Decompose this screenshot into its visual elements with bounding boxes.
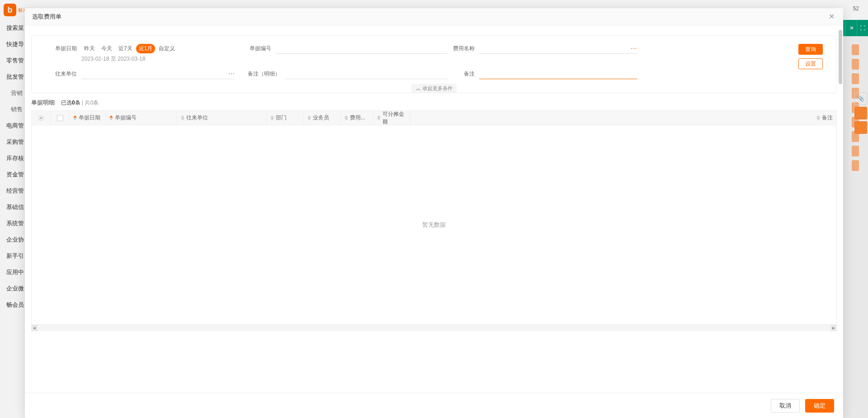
column-header[interactable]: 往来单位 <box>177 111 267 125</box>
remark-detail-input[interactable] <box>285 69 448 79</box>
column-label: 部门 <box>276 114 287 122</box>
sort-icon[interactable] <box>816 115 820 120</box>
date-chip[interactable]: 自定义 <box>156 44 178 53</box>
date-quick-picker: 昨天今天近7天近1月自定义 <box>81 44 244 53</box>
column-header[interactable]: 业务员 <box>304 111 341 125</box>
column-header[interactable]: 可分摊金额 <box>373 111 410 125</box>
scroll-right-icon[interactable]: ► <box>830 325 837 331</box>
collapse-label: 收起更多条件 <box>423 85 453 92</box>
remark-detail-label: 备注（明细） <box>244 69 280 78</box>
modal-header: 选取费用单 ✕ <box>25 8 843 25</box>
modal-footer: 取消 确定 <box>25 393 843 418</box>
column-header[interactable]: 单据编号 <box>106 111 177 125</box>
column-label: 备注 <box>822 114 833 122</box>
query-button[interactable]: 查询 <box>798 44 823 55</box>
column-label: 业务员 <box>313 114 329 122</box>
doc-date-label: 单据日期 <box>50 44 77 52</box>
total-count: | 共0条 <box>82 100 99 106</box>
column-label: 往来单位 <box>186 114 208 122</box>
date-chip[interactable]: 今天 <box>99 44 115 53</box>
sort-icon[interactable] <box>181 115 184 120</box>
doc-no-input[interactable] <box>276 44 448 54</box>
column-label: 单据编号 <box>115 114 137 122</box>
vertical-scrollbar[interactable] <box>839 30 842 388</box>
more-icon[interactable]: ⋯ <box>631 45 637 52</box>
column-header[interactable]: 备注 <box>410 111 836 125</box>
collapse-filters-button[interactable]: ︽ 收起更多条件 <box>411 84 457 93</box>
party-label: 往来单位 <box>50 69 77 78</box>
result-table: 单据日期单据编号往来单位部门业务员费用...可分摊金额备注 暂无数据 <box>31 110 837 325</box>
column-header[interactable]: 部门 <box>267 111 304 125</box>
empty-text: 暂无数据 <box>422 221 446 229</box>
filter-actions: 查询 设置 <box>798 44 823 69</box>
sort-icon[interactable] <box>377 115 381 120</box>
detail-header: 单据明细 已选0条 | 共0条 <box>25 93 843 110</box>
column-header[interactable]: 单据日期 <box>70 111 106 125</box>
doc-no-label: 单据编号 <box>244 44 271 52</box>
gear-icon[interactable] <box>32 111 51 125</box>
sort-icon[interactable] <box>73 115 77 120</box>
fee-name-input[interactable] <box>479 44 637 54</box>
chevrons-up-icon: ︽ <box>416 85 421 92</box>
date-chip[interactable]: 昨天 <box>81 44 98 53</box>
column-label: 单据日期 <box>79 114 100 122</box>
column-label: 费用... <box>350 114 365 122</box>
date-chip[interactable]: 近7天 <box>116 44 135 53</box>
detail-title: 单据明细 <box>31 99 55 107</box>
remark-label: 备注 <box>448 69 475 78</box>
modal-body: 单据日期 昨天今天近7天近1月自定义 2023-02-18 至 2023-03-… <box>25 25 843 393</box>
table-empty-state: 暂无数据 <box>32 125 836 324</box>
scroll-left-icon[interactable]: ◄ <box>31 325 38 331</box>
column-label: 可分摊金额 <box>382 110 406 126</box>
sort-icon[interactable] <box>270 115 274 120</box>
modal-title: 选取费用单 <box>32 13 61 21</box>
confirm-button[interactable]: 确定 <box>805 399 834 413</box>
remark-input[interactable] <box>479 69 637 79</box>
column-header[interactable]: 费用... <box>341 111 373 125</box>
sort-icon[interactable] <box>109 115 113 120</box>
sort-icon[interactable] <box>344 115 348 120</box>
cancel-button[interactable]: 取消 <box>771 399 800 413</box>
filter-panel: 单据日期 昨天今天近7天近1月自定义 2023-02-18 至 2023-03-… <box>31 35 837 93</box>
horizontal-scrollbar[interactable]: ◄ ► <box>31 325 837 331</box>
table-header: 单据日期单据编号往来单位部门业务员费用...可分摊金额备注 <box>32 111 836 125</box>
close-icon[interactable]: ✕ <box>827 12 836 21</box>
fee-name-label: 费用名称 <box>448 44 475 52</box>
more-icon[interactable]: ⋯ <box>228 70 235 77</box>
svg-point-0 <box>40 117 42 119</box>
select-fee-modal: 选取费用单 ✕ 单据日期 昨天今天近7天近1月自定义 2023-02-18 至 … <box>25 8 843 418</box>
party-input[interactable] <box>81 69 235 79</box>
date-range-display: 2023-02-18 至 2023-03-18 <box>81 55 244 63</box>
date-chip[interactable]: 近1月 <box>136 44 156 53</box>
selected-count: 已选0条 <box>61 100 80 106</box>
sort-icon[interactable] <box>307 115 311 120</box>
settings-button[interactable]: 设置 <box>798 58 823 69</box>
select-all-checkbox[interactable] <box>51 111 70 125</box>
